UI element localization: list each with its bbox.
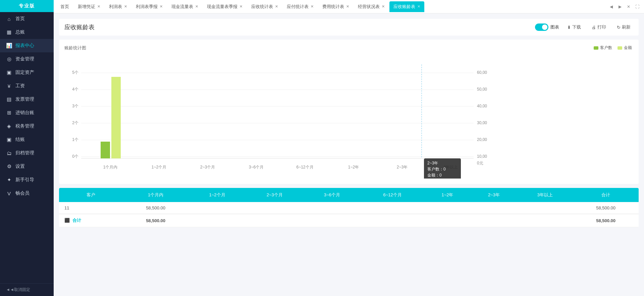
settings-icon: ⚙ [6, 163, 12, 169]
sidebar-item-funds[interactable]: ◎ 资金管理 [0, 52, 54, 66]
tab-maximize-button[interactable]: ⛶ [633, 3, 641, 11]
tab-voucher[interactable]: 新增凭证 ✕ [74, 1, 104, 12]
sidebar-item-reports[interactable]: 📊 报表中心 [0, 39, 54, 52]
assets-icon: ▣ [6, 69, 12, 76]
svg-text:0个: 0个 [72, 154, 78, 159]
tab-ar-stat-close[interactable]: ✕ [275, 4, 278, 9]
chart-toggle[interactable] [535, 23, 548, 31]
home-icon: ⌂ [6, 16, 12, 22]
data-table: 客户 1个月内 1~2个月 2~3个月 3~6个月 6~12个月 1~2年 2~… [59, 188, 639, 227]
tab-ar-stat-label: 应收统计表 [251, 4, 273, 10]
cell-m7 [471, 202, 517, 214]
salary-icon: ¥ [6, 83, 12, 89]
tab-cashflow-close[interactable]: ✕ [195, 4, 198, 9]
tab-next-button[interactable]: ▶ [616, 3, 624, 11]
tab-voucher-close[interactable]: ✕ [97, 4, 100, 9]
tab-prev-button[interactable]: ◀ [607, 3, 615, 11]
tab-cashflow-q[interactable]: 现金流量表季报 ✕ [203, 1, 247, 12]
total-m1: 58,500.00 [123, 214, 189, 227]
chart-legend: 客户数 金额 [594, 45, 632, 51]
tab-profit[interactable]: 利润表 ✕ [105, 1, 131, 12]
sidebar-item-archive[interactable]: 🗂 归档管理 [0, 146, 54, 160]
tab-ap-stat-close[interactable]: ✕ [311, 4, 314, 9]
unpin-button[interactable]: ◄◄取消固定 [0, 283, 54, 296]
cell-m2 [189, 202, 246, 214]
tab-profit-q[interactable]: 利润表季报 ✕ [132, 1, 167, 12]
tab-biz[interactable]: 经营状况表 ✕ [354, 1, 389, 12]
svg-text:3个: 3个 [72, 104, 78, 108]
refresh-label: 刷新 [622, 24, 631, 30]
sidebar-item-closing[interactable]: ▣ 结账 [0, 133, 54, 146]
print-label: 打印 [597, 24, 606, 30]
tab-close-all-button[interactable]: ✕ [625, 3, 633, 11]
svg-text:3~6个月: 3~6个月 [249, 165, 264, 169]
sidebar-item-assets[interactable]: ▣ 固定资产 [0, 66, 54, 79]
tab-biz-close[interactable]: ✕ [382, 4, 385, 9]
download-button[interactable]: ⬇ 下载 [565, 23, 584, 32]
table-row: 11 58,500.00 58,500.00 [59, 202, 639, 214]
tab-ap-stat[interactable]: 应付统计表 ✕ [283, 1, 318, 12]
print-button[interactable]: 🖨 打印 [589, 23, 609, 32]
tab-bar: 首页 新增凭证 ✕ 利润表 ✕ 利润表季报 ✕ 现金流量表 ✕ 现金流量表季报 … [54, 0, 644, 13]
total-m5 [361, 214, 424, 227]
sidebar-label-reports: 报表中心 [15, 43, 34, 49]
guide-icon: ✦ [6, 177, 12, 183]
total-m8 [517, 214, 573, 227]
sidebar-label-salary: 工资 [15, 83, 25, 89]
bar-customer-1 [101, 142, 110, 158]
inventory-icon: ⊞ [6, 110, 12, 116]
print-icon: 🖨 [592, 25, 596, 30]
sidebar-item-salary[interactable]: ¥ 工资 [0, 79, 54, 93]
tab-profit-q-close[interactable]: ✕ [160, 4, 163, 9]
tab-ar-stat[interactable]: 应收统计表 ✕ [247, 1, 282, 12]
app-logo: 专业版 [0, 0, 54, 12]
tab-nav-buttons: ◀ ▶ ✕ ⛶ [607, 3, 641, 11]
sidebar-item-ledger[interactable]: ▦ 总账 [0, 26, 54, 39]
tab-expense-close[interactable]: ✕ [346, 4, 349, 9]
svg-text:1~2年: 1~2年 [348, 165, 359, 169]
sidebar-label-tax: 税务管理 [15, 123, 34, 129]
svg-text:2个: 2个 [72, 120, 78, 125]
header-actions: 图表 ⬇ 下载 🖨 打印 ↻ 刷新 [535, 23, 633, 32]
tab-voucher-label: 新增凭证 [78, 4, 95, 10]
sidebar-item-guide[interactable]: ✦ 新手引导 [0, 173, 54, 187]
tab-biz-label: 经营状况表 [358, 4, 380, 10]
svg-text:6~12个月: 6~12个月 [296, 165, 313, 169]
tab-ar-age-close[interactable]: ✕ [417, 4, 420, 9]
tab-ar-age[interactable]: 应收账龄表 ✕ [389, 1, 424, 12]
total-label: 合计 [72, 218, 81, 223]
funds-icon: ◎ [6, 56, 12, 62]
sidebar-item-tax[interactable]: ◈ 税务管理 [0, 119, 54, 133]
tab-home[interactable]: 首页 [56, 1, 73, 12]
sidebar-item-invoice[interactable]: ▤ 发票管理 [0, 93, 54, 106]
sidebar-item-settings[interactable]: ⚙ 设置 [0, 160, 54, 173]
sidebar-item-vip[interactable]: V 畅会员 [0, 187, 54, 200]
col-header-m6: 1~2年 [424, 188, 471, 202]
cell-customer: 11 [59, 202, 123, 214]
sidebar-label-guide: 新手引导 [15, 177, 34, 183]
total-icon: ⬛ [64, 218, 70, 223]
refresh-button[interactable]: ↻ 刷新 [614, 23, 633, 32]
cell-m8 [517, 202, 573, 214]
svg-text:1~2个月: 1~2个月 [152, 165, 166, 169]
sidebar-item-inventory[interactable]: ⊞ 进销台账 [0, 106, 54, 119]
chart-toggle-wrap: 图表 [535, 23, 559, 31]
bar-amount-1 [111, 77, 121, 158]
tab-expense[interactable]: 费用统计表 ✕ [318, 1, 353, 12]
chart-title: 账龄统计图 [64, 45, 633, 51]
tab-profit-q-label: 利润表季报 [136, 4, 158, 10]
total-m6 [424, 214, 471, 227]
cell-total: 58,500.00 [573, 202, 639, 214]
tab-profit-close[interactable]: ✕ [124, 4, 127, 9]
cell-m6 [424, 202, 471, 214]
svg-text:10,000.00元: 10,000.00元 [477, 154, 487, 159]
svg-text:4个: 4个 [72, 87, 78, 92]
tab-cashflow[interactable]: 现金流量表 ✕ [167, 1, 202, 12]
toggle-label: 图表 [550, 24, 559, 30]
tab-cashflow-q-close[interactable]: ✕ [239, 4, 243, 9]
sidebar-label-ledger: 总账 [15, 29, 25, 35]
sidebar-item-home[interactable]: ⌂ 首页 [0, 12, 54, 26]
main-area: 首页 新增凭证 ✕ 利润表 ✕ 利润表季报 ✕ 现金流量表 ✕ 现金流量表季报 … [54, 0, 644, 296]
chart-container: 账龄统计图 客户数 金额 5个 4个 3个 2个 [59, 40, 639, 184]
download-icon: ⬇ [567, 25, 571, 30]
